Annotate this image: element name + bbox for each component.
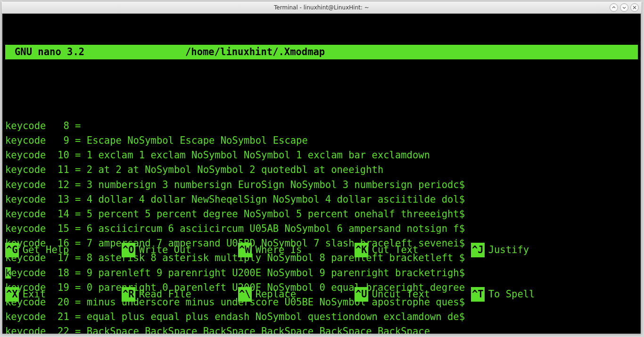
nano-file-label: /home/linuxhint/.Xmodmap: [185, 45, 637, 59]
window-controls: [610, 3, 639, 12]
shortcut-label: Get Help: [23, 243, 69, 257]
shortcut-item: ^XExit: [5, 287, 122, 302]
shortcut-item: ^KCut Text: [355, 243, 471, 257]
window-titlebar[interactable]: Terminal - linuxhint@LinuxHint: ~: [1, 1, 642, 14]
editor-line[interactable]: keycode 12 = 3 numbersign 3 numbersign E…: [5, 178, 638, 192]
shortcut-item: ^GGet Help: [5, 243, 122, 257]
shortcut-row-2: ^XExit^RRead File^\Replace^UUncut Text^T…: [5, 287, 638, 302]
nano-app-label: GNU nano 3.2: [6, 45, 185, 59]
shortcut-key: ^K: [355, 243, 368, 257]
window-title: Terminal - linuxhint@LinuxHint: ~: [274, 4, 369, 11]
terminal-window: Terminal - linuxhint@LinuxHint: ~ GNU na…: [1, 1, 642, 335]
editor-line[interactable]: keycode 13 = 4 dollar 4 dollar NewSheqel…: [5, 192, 638, 207]
shortcut-label: Write Out: [139, 243, 191, 257]
shortcut-item: ^JJustify: [471, 243, 587, 257]
editor-line[interactable]: keycode 8 =: [5, 119, 638, 133]
shortcut-item: ^UUncut Text: [355, 287, 471, 302]
shortcut-key: ^U: [355, 287, 368, 302]
editor-line[interactable]: keycode 10 = 1 exclam 1 exclam NoSymbol …: [5, 148, 638, 163]
shortcut-label: Cut Text: [372, 243, 419, 257]
editor-line[interactable]: keycode 11 = 2 at 2 at NoSymbol NoSymbol…: [5, 163, 638, 177]
shortcut-label: Exit: [23, 287, 46, 302]
shortcut-row-1: ^GGet Help^OWrite Out^WWhere Is^KCut Tex…: [5, 243, 638, 257]
shortcut-label: Read File: [139, 287, 191, 302]
shortcut-item: ^OWrite Out: [122, 243, 238, 257]
minimize-button[interactable]: [610, 3, 618, 12]
shortcut-key: ^G: [5, 243, 19, 257]
editor-line[interactable]: keycode 9 = Escape NoSymbol Escape NoSym…: [5, 133, 638, 148]
close-button[interactable]: [630, 3, 639, 12]
nano-header: GNU nano 3.2 /home/linuxhint/.Xmodmap: [5, 45, 638, 59]
shortcut-key: ^\: [238, 287, 252, 302]
shortcut-item: ^RRead File: [122, 287, 238, 302]
shortcut-key: ^R: [122, 287, 135, 302]
shortcut-key: ^O: [122, 243, 135, 257]
shortcut-key: ^T: [471, 287, 485, 302]
shortcut-label: Replace: [256, 287, 296, 302]
shortcut-label: Justify: [488, 243, 529, 257]
shortcut-label: To Spell: [488, 287, 535, 302]
shortcut-label: Where Is: [256, 243, 302, 257]
nano-shortcuts: ^GGet Help^OWrite Out^WWhere Is^KCut Tex…: [5, 214, 638, 331]
shortcut-item: ^\Replace: [238, 287, 355, 302]
shortcut-label: Uncut Text: [372, 287, 430, 302]
shortcut-key: ^W: [238, 243, 252, 257]
shortcut-key: ^J: [471, 243, 485, 257]
shortcut-item: ^WWhere Is: [238, 243, 355, 257]
maximize-button[interactable]: [620, 3, 628, 12]
shortcut-item: ^TTo Spell: [471, 287, 587, 302]
terminal-viewport[interactable]: GNU nano 3.2 /home/linuxhint/.Xmodmap ke…: [1, 14, 642, 335]
shortcut-key: ^X: [5, 287, 19, 302]
